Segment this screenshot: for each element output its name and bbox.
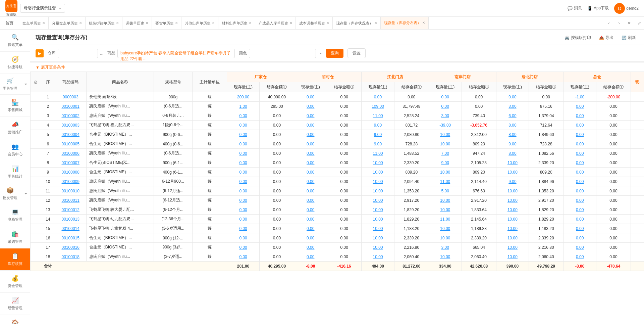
warehouse-dots[interactable]: ... [100, 51, 103, 56]
row-t-qty[interactable]: 0.00 [564, 186, 596, 196]
row-c2-qty[interactable]: 0.00 [294, 252, 327, 262]
row-c3-qty[interactable]: 10.00 [362, 252, 394, 262]
row-c2-qty[interactable]: 0.00 [294, 215, 327, 224]
row-c1-qty[interactable]: 0.00 [227, 111, 260, 121]
row-c4-qty[interactable]: 0.00 [429, 92, 462, 102]
row-t-qty[interactable]: 0.00 [564, 252, 596, 262]
row-t-qty[interactable]: 0.00 [564, 149, 596, 158]
row-c5-qty[interactable]: 8.00 [496, 149, 529, 158]
row-c5-qty[interactable]: 9.00 [496, 177, 529, 186]
row-c3-qty[interactable]: 9.00 [362, 130, 394, 139]
row-code[interactable]: 00100011 [55, 196, 86, 205]
tab-item-8[interactable]: 产成品入库单历史 ✕ [255, 17, 296, 30]
row-c3-qty[interactable]: 10.00 [362, 196, 394, 205]
row-c1-qty[interactable]: 0.00 [227, 177, 260, 186]
row-c2-qty[interactable]: 0.00 [294, 149, 327, 158]
sidebar-item-ops[interactable]: 📈 经营管理 [0, 293, 30, 315]
sidebar-item-purchase[interactable]: 🛍️ 采购管理 [0, 226, 30, 248]
row-c4-qty[interactable]: 5.00 [429, 186, 462, 196]
row-c5-qty[interactable]: 10.00 [496, 215, 529, 224]
row-c3-qty[interactable]: 10.00 [362, 224, 394, 233]
row-c4-qty[interactable]: 7.00 [429, 149, 462, 158]
row-c4-qty[interactable]: 10.00 [429, 196, 462, 205]
goods-input[interactable]: babycare孕妇待产包 春季入院全套母子组合孕妇产后冬季月子用品 22件套 … [117, 49, 235, 58]
sidebar-item-retail[interactable]: 🛒 零售管理 [0, 74, 30, 95]
row-c5-qty[interactable]: 10.00 [496, 196, 529, 205]
tab-close-9[interactable]: ✕ [326, 17, 329, 30]
row-t-qty[interactable]: 0.00 [564, 111, 596, 121]
table-container[interactable]: ⚙ 序 商品编码 商品名称 规格型号 主计量单位 厂家仓 陌村仓 江北门店 南岸… [30, 72, 644, 324]
tab-item-10[interactable]: 现存量（库存状况表） ✕ [333, 17, 381, 30]
row-c3-qty[interactable]: 10.00 [362, 233, 394, 243]
row-c2-qty[interactable]: 0.00 [294, 111, 327, 121]
sidebar-item-finance[interactable]: 💰 资金管理 [0, 271, 30, 293]
row-c3-qty[interactable]: 0.00 [362, 92, 394, 102]
row-c1-qty[interactable]: 0.00 [227, 130, 260, 139]
row-code[interactable]: 00100001 [55, 102, 86, 111]
user-menu[interactable]: D demo2 [614, 3, 639, 14]
row-c1-qty[interactable]: 0.00 [227, 149, 260, 158]
tab-item-11[interactable]: 现存量（库存分布表） ✕ [381, 17, 429, 30]
row-t-qty[interactable]: 0.00 [564, 224, 596, 233]
row-c2-qty[interactable]: 0.00 [294, 92, 327, 102]
tab-close-3[interactable]: ✕ [116, 17, 119, 30]
row-c2-qty[interactable]: 0.00 [294, 102, 327, 111]
row-c4-qty[interactable]: 10.00 [429, 139, 462, 149]
row-code[interactable]: 00100006 [55, 149, 86, 158]
row-c2-qty[interactable]: 0.00 [294, 158, 327, 168]
tab-close-7[interactable]: ✕ [249, 17, 252, 30]
expand-more-btn[interactable]: ▼ 展开更多条件 [30, 63, 644, 72]
row-c1-qty[interactable]: 0.00 [227, 205, 260, 215]
row-c2-qty[interactable]: 0.00 [294, 243, 327, 252]
row-c2-qty[interactable]: 0.00 [294, 205, 327, 215]
sidebar-item-ecom[interactable]: 💻 电商管理 [0, 204, 30, 226]
row-c5-qty[interactable]: 10.00 [496, 158, 529, 168]
row-c4-qty[interactable]: 10.00 [429, 252, 462, 262]
tab-close-2[interactable]: ✕ [79, 17, 82, 30]
row-c3-qty[interactable]: 10.00 [362, 243, 394, 252]
row-c1-qty[interactable]: 0.00 [227, 139, 260, 149]
tab-expand-btn[interactable]: ⤢ [634, 17, 644, 30]
sidebar-item-promo[interactable]: 📣 营销推广 [0, 117, 30, 139]
row-c1-qty[interactable]: 1.00 [227, 102, 260, 111]
row-c4-qty[interactable]: 10.00 [429, 205, 462, 215]
row-c5-qty[interactable]: 10.00 [496, 186, 529, 196]
row-c5-qty[interactable]: 10.00 [496, 168, 529, 177]
row-code[interactable]: 00100012 [55, 205, 86, 215]
row-c5-qty[interactable]: 10.00 [496, 252, 529, 262]
row-c4-qty[interactable]: 11.00 [429, 177, 462, 186]
row-t-qty[interactable]: 0.00 [564, 177, 596, 186]
row-c4-qty[interactable]: 10.00 [429, 168, 462, 177]
tab-close-4[interactable]: ✕ [146, 17, 148, 30]
row-c3-qty[interactable]: 10.00 [362, 215, 394, 224]
row-c4-qty[interactable]: 10.00 [429, 224, 462, 233]
row-c2-qty[interactable]: 0.00 [294, 186, 327, 196]
tab-close-6[interactable]: ✕ [212, 17, 215, 30]
row-c1-qty[interactable]: 0.00 [227, 224, 260, 233]
sidebar-item-store[interactable]: 🏪 零售商城 [0, 95, 30, 117]
tab-item-5[interactable]: 要货单历史 ✕ [152, 17, 181, 30]
sidebar-item-stock[interactable]: 📋 库存核算 [0, 248, 30, 271]
tab-close-10[interactable]: ✕ [374, 17, 377, 30]
refresh-btn[interactable]: 🔄 刷新 [619, 34, 639, 42]
app-download-btn[interactable]: 📱 App下载 [587, 5, 609, 11]
tab-close-8[interactable]: ✕ [289, 17, 292, 30]
print-btn[interactable]: 🖨️ 按模版打印 [562, 34, 594, 42]
row-code[interactable]: 00100007 [55, 158, 86, 168]
color-input[interactable] [249, 49, 316, 58]
row-c2-qty[interactable]: 0.00 [294, 168, 327, 177]
tab-item-2[interactable]: 分量盘点单历史 ✕ [49, 17, 86, 30]
settings-btn[interactable]: 设置 [347, 48, 366, 58]
filter-toggle-btn[interactable]: ▶ [36, 49, 44, 57]
row-c5-qty[interactable]: 10.00 [496, 233, 529, 243]
row-c4-qty[interactable]: -39.00 [429, 121, 462, 130]
row-c2-qty[interactable]: 0.00 [294, 224, 327, 233]
sidebar-item-member[interactable]: 👥 会员中心 [0, 139, 30, 161]
tab-home[interactable]: 首页 [0, 17, 19, 30]
row-c3-qty[interactable]: 9.00 [362, 121, 394, 130]
tab-item-1[interactable]: 盘点单历史 ✕ [19, 17, 49, 30]
row-c3-qty[interactable]: 10.00 [362, 168, 394, 177]
query-btn[interactable]: 查询 [326, 49, 343, 58]
row-c5-qty[interactable]: 8.00 [496, 121, 529, 130]
row-c1-qty[interactable]: 0.00 [227, 196, 260, 205]
